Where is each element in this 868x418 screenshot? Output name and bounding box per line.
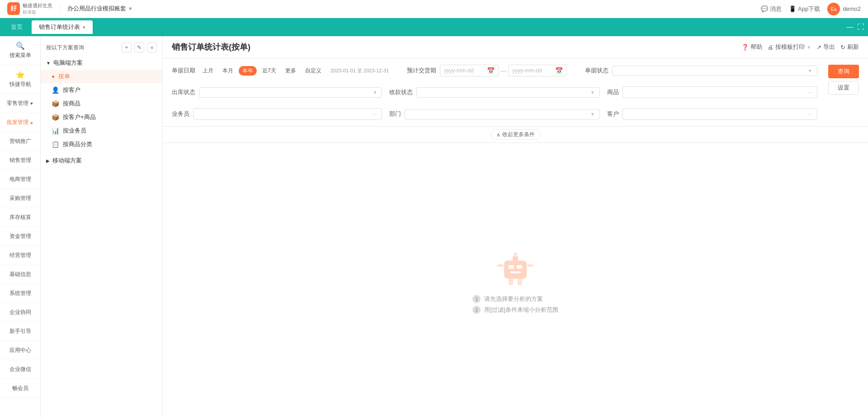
payment-status-group: 收款状态 ▼: [389, 87, 599, 98]
tab-home[interactable]: 首页: [4, 20, 30, 34]
tab-sales-order[interactable]: 销售订单统计表 ×: [32, 20, 93, 34]
empty-tips: 1 请先选择要分析的方案 2 用[过滤]条件来缩小分析范围: [472, 295, 558, 314]
sidebar-item-basic[interactable]: 基础信息: [0, 265, 40, 284]
settings-button[interactable]: 设置: [828, 81, 859, 95]
edit-scheme-btn[interactable]: ✎: [134, 43, 144, 52]
sidebar-item-purchase[interactable]: 采购管理: [0, 189, 40, 208]
date-tab-more[interactable]: 更多: [282, 66, 300, 76]
tab-bar-actions: — ⛶: [846, 23, 864, 31]
date-field-group: 单据日期 上月 本月 本年: [172, 66, 389, 76]
filter-row-3: 业务员 ··· 部门 ▼: [172, 108, 817, 120]
svg-point-5: [514, 252, 517, 256]
filter-area: 单据日期 上月 本月 本年: [163, 58, 868, 127]
tree-item-by-order[interactable]: ● 按单: [41, 70, 162, 83]
customer-label: 客户: [607, 110, 619, 118]
product-icon: 📦: [52, 100, 59, 107]
sidebar-item-inventory[interactable]: 库存核算: [0, 208, 40, 227]
app-download-btn[interactable]: 📱 App下载: [789, 5, 820, 13]
expected-date-label: 预计交货期: [407, 66, 436, 75]
product-select[interactable]: ···: [623, 86, 817, 98]
query-button[interactable]: 查询: [828, 65, 859, 78]
sidebar-item-finance[interactable]: 资金管理: [0, 227, 40, 246]
order-icon: ●: [52, 73, 55, 80]
salesperson-icon: 📊: [52, 127, 59, 134]
sidebar-item-wholesale[interactable]: 批发管理 ▲: [0, 113, 40, 132]
logo-text: 畅捷通好生意: [23, 2, 52, 9]
sidebar-item-enterprise[interactable]: 企业协同: [0, 303, 40, 322]
content-area: 按以下方案查询 + ✎ « ▼ 电脑端方案 ● 按单 👤 按客户 📦: [41, 36, 868, 418]
customer-select[interactable]: ···: [623, 108, 817, 120]
salesperson-select[interactable]: ···: [193, 108, 382, 120]
dept-dropdown-icon: ▼: [590, 112, 595, 117]
print-dropdown-icon: ▼: [807, 45, 811, 50]
maximize-icon[interactable]: ⛶: [857, 23, 864, 31]
tree-section-pc[interactable]: ▼ 电脑端方案: [41, 56, 162, 70]
svg-rect-0: [504, 261, 527, 279]
sidebar-item-ecommerce[interactable]: 电商管理: [0, 170, 40, 189]
sidebar-item-member[interactable]: 畅会员: [0, 379, 40, 398]
logo-text-block: 畅捷通好生意 标准版: [23, 2, 52, 15]
sidebar-item-quicknav[interactable]: ⭐ 快捷导航: [0, 65, 40, 94]
tip-num-1: 1: [472, 295, 481, 303]
user-area[interactable]: Ea demo2: [827, 3, 861, 15]
payment-status-label: 收款状态: [389, 88, 413, 96]
dept-label: 部门: [389, 110, 401, 118]
tree-item-by-product[interactable]: 📦 按商品: [41, 97, 162, 110]
payment-status-select[interactable]: ▼: [416, 87, 599, 98]
tab-bar: 首页 销售订单统计表 × — ⛶: [0, 18, 868, 36]
sidebar-item-retail[interactable]: 零售管理 ▼: [0, 94, 40, 113]
minimize-icon[interactable]: —: [846, 23, 854, 31]
category-icon: 📋: [52, 141, 59, 148]
company-title[interactable]: 办公用品行业模拟账套 ▼: [67, 5, 133, 13]
expected-date-start[interactable]: yyyy-mm-dd 📅: [440, 65, 499, 76]
dept-select[interactable]: ▼: [405, 109, 599, 119]
top-bar-right: 💬 消息 📱 App下载 Ea demo2: [761, 3, 861, 15]
sidebar-item-marketing[interactable]: 营销推广: [0, 132, 40, 151]
tree-item-by-category[interactable]: 📋 按商品分类: [41, 138, 162, 151]
filter-main-row: 单据日期 上月 本月 本年: [172, 65, 859, 120]
out-status-select[interactable]: ▼: [199, 87, 382, 98]
svg-rect-7: [527, 264, 533, 267]
customer-more-icon: ···: [808, 111, 812, 117]
date-tab-7days[interactable]: 近7天: [259, 66, 280, 76]
customer-group: 客户 ···: [607, 108, 817, 120]
sidebar-item-wechat[interactable]: 企业微信: [0, 360, 40, 379]
message-btn[interactable]: 💬 消息: [761, 5, 782, 13]
date-tab-thisyear[interactable]: 本年: [239, 66, 257, 76]
tree-item-by-customer-product[interactable]: 📦 按客户+商品: [41, 110, 162, 124]
dept-group: 部门 ▼: [389, 109, 599, 119]
export-icon: ↗: [816, 44, 821, 51]
phone-icon: 📱: [789, 5, 796, 12]
svg-rect-1: [509, 265, 514, 269]
sidebar-item-newbie[interactable]: 新手引导: [0, 322, 40, 341]
tree-section-mobile[interactable]: ▶ 移动端方案: [41, 154, 162, 167]
date-tab-thismonth[interactable]: 本月: [219, 66, 237, 76]
filter-fields: 单据日期 上月 本月 本年: [172, 65, 817, 120]
empty-tip-2: 2 用[过滤]条件来缩小分析范围: [472, 306, 558, 314]
out-status-group: 出库状态 ▼: [172, 87, 382, 98]
customer-product-icon: 📦: [52, 114, 59, 121]
sidebar-item-system[interactable]: 系统管理: [0, 284, 40, 303]
calendar-icon-end: 📅: [555, 67, 563, 74]
sidebar-item-sales[interactable]: 销售管理: [0, 151, 40, 170]
tab-close-icon[interactable]: ×: [83, 25, 85, 30]
add-scheme-btn[interactable]: +: [122, 43, 132, 52]
tree-expand-right-icon: ▶: [46, 158, 50, 163]
sidebar-item-search[interactable]: 🔍 搜索菜单: [0, 36, 40, 65]
product-more-icon: ···: [808, 89, 812, 95]
refresh-btn[interactable]: ↻ 刷新: [840, 43, 859, 51]
export-btn[interactable]: ↗ 导出: [816, 43, 835, 51]
date-tab-custom[interactable]: 自定义: [302, 66, 325, 76]
date-tab-lastmonth[interactable]: 上月: [199, 66, 217, 76]
help-btn[interactable]: ❓ 帮助: [741, 43, 762, 51]
sidebar-item-appcenter[interactable]: 应用中心: [0, 341, 40, 360]
collapse-panel-btn[interactable]: «: [147, 43, 157, 52]
print-btn[interactable]: 🖨 按模板打印 ▼: [768, 43, 811, 51]
collapse-btn[interactable]: ∧ 收起更多条件: [491, 129, 541, 140]
sidebar-item-operations[interactable]: 经营管理: [0, 246, 40, 265]
tree-item-by-salesperson[interactable]: 📊 按业务员: [41, 124, 162, 138]
expected-date-end[interactable]: yyyy-mm-dd 📅: [508, 65, 567, 76]
tree-item-by-customer[interactable]: 👤 按客户: [41, 83, 162, 97]
status-select[interactable]: ▼: [612, 66, 817, 76]
right-main: 销售订单统计表(按单) ❓ 帮助 🖨 按模板打印 ▼ ↗ 导出: [163, 36, 868, 418]
